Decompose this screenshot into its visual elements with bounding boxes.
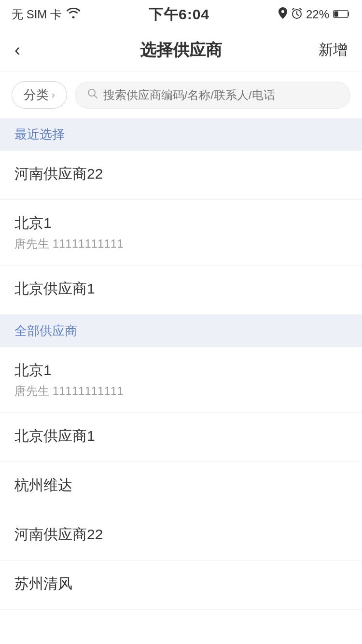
nav-title: 选择供应商 (140, 39, 222, 61)
all-section-header: 全部供应商 (0, 315, 362, 347)
recent-section-label: 最近选择 (14, 127, 65, 141)
item-sub: 唐先生 11111111111 (14, 236, 348, 252)
search-icon (87, 88, 98, 102)
recent-list-item[interactable]: 河南供应商22 (0, 151, 362, 200)
recent-list: 河南供应商22北京1唐先生 11111111111北京供应商1 (0, 151, 362, 315)
item-sub: 唐先生 11111111111 (14, 383, 348, 399)
search-input[interactable] (103, 88, 338, 102)
all-list-item[interactable]: 杭州维达 (0, 462, 362, 511)
all-list-item[interactable]: 河南供应商22 (0, 511, 362, 560)
all-list-item[interactable]: 北京1唐先生 11111111111 (0, 347, 362, 413)
item-name: 北京供应商1 (14, 426, 348, 446)
status-right: 22% (278, 7, 350, 22)
item-name: 北京1 (14, 361, 348, 380)
alarm-icon (292, 7, 302, 22)
all-list-item[interactable]: 北京供应商1 (0, 413, 362, 462)
recent-list-item[interactable]: 北京供应商1 (0, 266, 362, 315)
item-name: 苏州清风 (14, 574, 348, 594)
item-name: 河南供应商22 (14, 164, 348, 184)
location-icon (278, 7, 288, 22)
recent-section-header: 最近选择 (0, 118, 362, 151)
all-list-item[interactable]: 苏州清风 (0, 560, 362, 610)
carrier-text: 无 SIM 卡 (12, 7, 62, 22)
status-time: 下午6:04 (149, 5, 209, 25)
back-button[interactable]: ‹ (14, 40, 43, 60)
filter-row: 分类 › (0, 71, 362, 118)
category-label: 分类 (24, 86, 49, 103)
category-button[interactable]: 分类 › (12, 81, 67, 109)
item-name: 北京供应商1 (14, 279, 348, 299)
status-bar: 无 SIM 卡 下午6:04 22% (0, 0, 362, 29)
battery-icon (333, 8, 350, 21)
item-name: 杭州维达 (14, 476, 348, 495)
status-left: 无 SIM 卡 (12, 7, 80, 22)
battery-text: 22% (306, 8, 329, 21)
item-name: 河南供应商22 (14, 525, 348, 545)
chevron-right-icon: › (52, 89, 55, 100)
recent-list-item[interactable]: 北京1唐先生 11111111111 (0, 200, 362, 266)
all-list: 北京1唐先生 11111111111北京供应商1杭州维达河南供应商22苏州清风 (0, 347, 362, 610)
wifi-icon (67, 8, 80, 21)
svg-rect-2 (334, 12, 338, 17)
all-section-label: 全部供应商 (14, 323, 77, 338)
nav-bar: ‹ 选择供应商 新增 (0, 29, 362, 71)
search-box[interactable] (75, 82, 350, 109)
new-add-button[interactable]: 新增 (319, 40, 348, 60)
item-name: 北京1 (14, 213, 348, 233)
